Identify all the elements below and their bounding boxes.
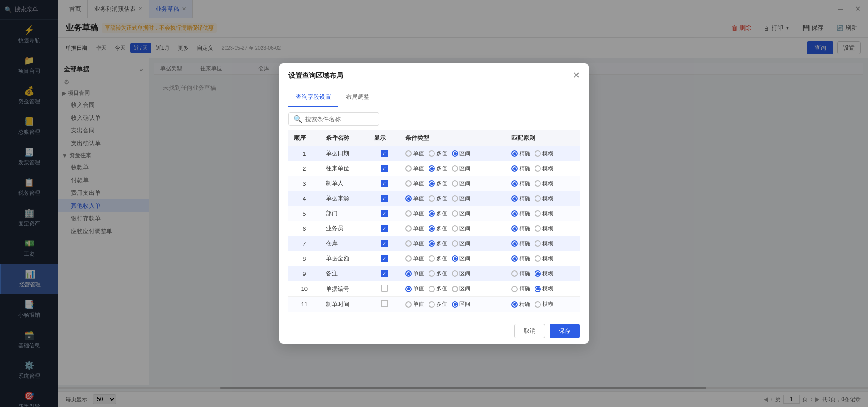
cell-show[interactable]: ✓ [368,221,400,236]
dialog-tab-layout[interactable]: 布局调整 [338,88,377,107]
radio-match-exact[interactable]: 精确 [511,240,530,248]
cell-show[interactable]: ✓ [368,266,400,281]
show-checkbox[interactable]: ✓ [381,270,388,277]
show-checkbox[interactable]: ✓ [381,240,388,247]
radio-type-range[interactable]: 区间 [452,270,470,278]
radio-type-single[interactable]: 单值 [405,180,424,188]
cell-show[interactable]: ✓ [368,176,400,191]
show-checkbox[interactable]: ✓ [381,255,388,262]
radio-match-fuzzy[interactable]: 模糊 [535,180,553,188]
radio-type-range[interactable]: 区间 [452,165,470,173]
cell-order: 9 [288,266,320,281]
radio-type-single[interactable]: 单值 [405,270,424,278]
radio-match-fuzzy[interactable]: 模糊 [535,195,553,203]
th-match: 匹配原则 [506,130,580,146]
show-checkbox[interactable]: ✓ [381,225,388,232]
cell-name: 单据来源 [320,191,368,206]
cell-show[interactable]: ✓ [368,191,400,206]
radio-match-fuzzy[interactable]: 模糊 [535,300,553,308]
show-checkbox[interactable] [381,300,388,307]
radio-type-range[interactable]: 区间 [452,300,470,308]
radio-type-single[interactable]: 单值 [405,255,424,263]
dialog-close-button[interactable]: ✕ [573,71,580,81]
dialog-tabs: 查询字段设置 布局调整 [279,88,589,107]
modal-overlay[interactable]: 设置查询区域布局 ✕ 查询字段设置 布局调整 🔍 顺序 条件 [0,0,868,407]
radio-type-single[interactable]: 单值 [405,285,424,293]
radio-type-multi[interactable]: 多值 [429,165,447,173]
show-checkbox[interactable]: ✓ [381,180,388,187]
cell-type: 单值多值区间 [400,146,506,161]
table-scroll[interactable]: 顺序 条件名称 显示 条件类型 匹配原则 1单据日期✓单值多值区间精确模糊2往来… [288,130,580,312]
radio-match-exact[interactable]: 精确 [511,255,530,263]
radio-match-exact[interactable]: 精确 [511,210,530,218]
radio-type-multi[interactable]: 多值 [429,225,447,233]
radio-type-range[interactable]: 区间 [452,285,470,293]
radio-match-fuzzy[interactable]: 模糊 [535,285,553,293]
radio-type-range[interactable]: 区间 [452,240,470,248]
radio-match-exact[interactable]: 精确 [511,300,530,308]
radio-type-range[interactable]: 区间 [452,225,470,233]
radio-match-fuzzy[interactable]: 模糊 [535,150,553,158]
radio-match-exact[interactable]: 精确 [511,270,530,278]
radio-match-exact[interactable]: 精确 [511,180,530,188]
cancel-button[interactable]: 取消 [514,324,545,338]
radio-type-multi[interactable]: 多值 [429,240,447,248]
radio-type-single[interactable]: 单值 [405,150,424,158]
show-checkbox[interactable] [381,285,388,292]
cell-show[interactable]: ✓ [368,251,400,266]
radio-match-fuzzy[interactable]: 模糊 [535,255,553,263]
radio-match-fuzzy[interactable]: 模糊 [535,210,553,218]
radio-type-single[interactable]: 单值 [405,210,424,218]
cell-show[interactable]: ✓ [368,236,400,251]
cell-type: 单值多值区间 [400,206,506,221]
radio-type-multi[interactable]: 多值 [429,300,447,308]
show-checkbox[interactable]: ✓ [381,195,388,202]
radio-type-range[interactable]: 区间 [452,195,470,203]
cell-name: 制单时间 [320,297,368,312]
save-dialog-button[interactable]: 保存 [550,324,580,338]
cell-show[interactable]: ✓ [368,161,400,176]
radio-match-exact[interactable]: 精确 [511,150,530,158]
radio-type-single[interactable]: 单值 [405,165,424,173]
show-checkbox[interactable]: ✓ [381,150,388,157]
condition-search-bar[interactable]: 🔍 [288,112,379,126]
radio-type-single[interactable]: 单值 [405,225,424,233]
cell-type: 单值多值区间 [400,176,506,191]
radio-match-exact[interactable]: 精确 [511,195,530,203]
cell-show[interactable] [368,281,400,297]
cell-order: 3 [288,176,320,191]
cell-type: 单值多值区间 [400,266,506,281]
show-checkbox[interactable]: ✓ [381,165,388,172]
show-checkbox[interactable]: ✓ [381,210,388,217]
radio-type-range[interactable]: 区间 [452,150,470,158]
radio-type-range[interactable]: 区间 [452,210,470,218]
radio-type-multi[interactable]: 多值 [429,195,447,203]
radio-type-multi[interactable]: 多值 [429,210,447,218]
cell-show[interactable] [368,297,400,312]
radio-match-fuzzy[interactable]: 模糊 [535,270,553,278]
radio-type-multi[interactable]: 多值 [429,285,447,293]
cell-show[interactable]: ✓ [368,146,400,161]
radio-type-multi[interactable]: 多值 [429,150,447,158]
radio-type-range[interactable]: 区间 [452,255,470,263]
cell-show[interactable]: ✓ [368,206,400,221]
radio-type-range[interactable]: 区间 [452,180,470,188]
radio-match-exact[interactable]: 精确 [511,225,530,233]
dialog-tab-fields[interactable]: 查询字段设置 [288,88,338,107]
radio-match-fuzzy[interactable]: 模糊 [535,225,553,233]
condition-search-input[interactable] [305,116,378,122]
radio-type-single[interactable]: 单值 [405,300,424,308]
radio-match-fuzzy[interactable]: 模糊 [535,240,553,248]
radio-type-single[interactable]: 单值 [405,195,424,203]
radio-match-fuzzy[interactable]: 模糊 [535,165,553,173]
radio-match-exact[interactable]: 精确 [511,285,530,293]
radio-type-multi[interactable]: 多值 [429,270,447,278]
radio-type-single[interactable]: 单值 [405,240,424,248]
radio-match-exact[interactable]: 精确 [511,165,530,173]
cell-name: 单据编号 [320,281,368,297]
dialog-header: 设置查询区域布局 ✕ [279,63,589,88]
radio-type-multi[interactable]: 多值 [429,255,447,263]
cell-name: 仓库 [320,236,368,251]
table-row: 10单据编号单值多值区间精确模糊 [288,281,580,297]
radio-type-multi[interactable]: 多值 [429,180,447,188]
